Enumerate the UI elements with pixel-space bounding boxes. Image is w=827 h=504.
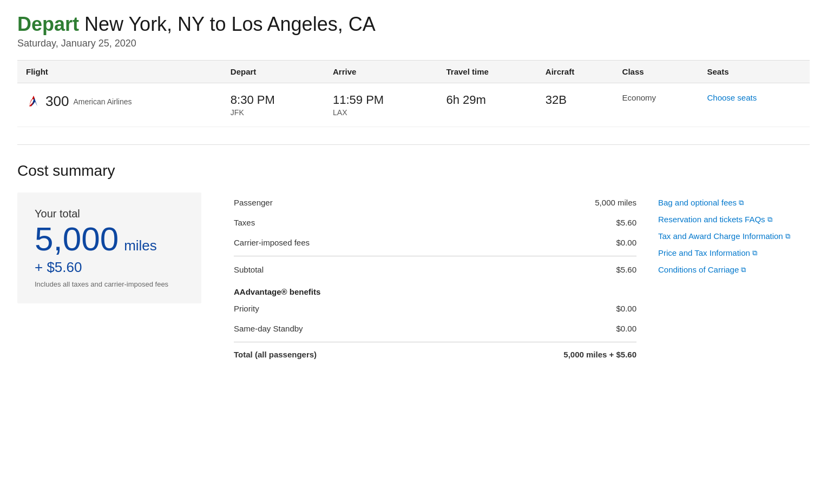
subtotal-amount: $5.60 [572, 265, 636, 274]
travel-time-cell: 6h 29m [438, 83, 537, 127]
external-link-icon: ⧉ [739, 198, 744, 207]
priority-amount: $0.00 [572, 304, 636, 313]
depart-time: 8:30 PM [231, 93, 316, 107]
class-text: Economy [622, 93, 690, 102]
taxes-row: Taxes $5.60 [234, 213, 636, 233]
bag-fees-text: Bag and optional fees [658, 198, 737, 207]
taxes-label: Taxes [234, 218, 572, 227]
miles-label: miles [124, 237, 157, 254]
tax-award-link[interactable]: Tax and Award Charge Information ⧉ [658, 231, 799, 241]
total-row: Total (all passengers) 5,000 miles + $5.… [234, 342, 636, 359]
includes-text: Includes all taxes and carrier-imposed f… [35, 280, 184, 288]
aircraft-code: 32B [546, 93, 605, 107]
reservation-faqs-link[interactable]: Reservation and tickets FAQs ⧉ [658, 215, 810, 224]
cash-amount: + $5.60 [35, 259, 184, 276]
subtotal-divider [234, 256, 636, 256]
carrier-fees-row: Carrier-imposed fees $0.00 [234, 233, 636, 253]
price-tax-link[interactable]: Price and Tax Information ⧉ [658, 248, 810, 257]
bag-fees-link[interactable]: Bag and optional fees ⧉ [658, 198, 810, 207]
benefits-header: AAdvantage® benefits [234, 280, 636, 299]
route-text: New York, NY to Los Angeles, CA [79, 13, 376, 35]
col-flight: Flight [17, 61, 222, 83]
depart-cell: 8:30 PM JFK [222, 83, 324, 127]
subtotal-label: Subtotal [234, 265, 572, 274]
miles-amount: 5,000 [35, 222, 119, 256]
airline-name: American Airlines [73, 97, 132, 106]
travel-time: 6h 29m [447, 93, 528, 107]
cost-summary-section: Cost summary Your total 5,000 miles + $5… [17, 162, 810, 359]
external-link-icon: ⧉ [741, 266, 746, 274]
col-seats: Seats [699, 61, 810, 83]
aircraft-cell: 32B [537, 83, 614, 127]
price-tax-text: Price and Tax Information [658, 248, 750, 257]
tax-award-text: Tax and Award Charge Information [658, 231, 783, 241]
conditions-link[interactable]: Conditions of Carriage ⧉ [658, 265, 810, 274]
carrier-fees-label: Carrier-imposed fees [234, 238, 572, 247]
standby-row: Same-day Standby $0.00 [234, 319, 636, 339]
conditions-text: Conditions of Carriage [658, 265, 739, 274]
external-link-icon: ⧉ [767, 215, 772, 224]
page-subtitle: Saturday, January 25, 2020 [17, 38, 810, 49]
total-label: Total (all passengers) [234, 350, 317, 359]
col-class: Class [614, 61, 699, 83]
flight-table: Flight Depart Arrive Travel time Aircraf… [17, 60, 810, 127]
col-aircraft: Aircraft [537, 61, 614, 83]
taxes-amount: $5.60 [572, 218, 636, 227]
arrive-cell: 11:59 PM LAX [324, 83, 438, 127]
section-divider [17, 144, 810, 145]
seats-cell[interactable]: Choose seats [699, 83, 810, 127]
col-arrive: Arrive [324, 61, 438, 83]
flight-cell: 300 American Airlines [17, 83, 222, 127]
standby-label: Same-day Standby [234, 324, 572, 333]
standby-amount: $0.00 [572, 324, 636, 333]
table-header-row: Flight Depart Arrive Travel time Aircraf… [17, 61, 810, 83]
class-cell: Economy [614, 83, 699, 127]
your-total-label: Your total [35, 208, 184, 220]
passenger-label: Passenger [234, 198, 572, 207]
depart-airport: JFK [231, 108, 316, 117]
total-amount: 5,000 miles + $5.60 [563, 350, 636, 359]
subtotal-row: Subtotal $5.60 [234, 260, 636, 280]
passenger-row: Passenger 5,000 miles [234, 193, 636, 213]
links-panel: Bag and optional fees ⧉ Reservation and … [658, 193, 810, 274]
table-row: 300 American Airlines 8:30 PM JFK 11:59 … [17, 83, 810, 127]
arrive-airport: LAX [333, 108, 429, 117]
cost-detail: Passenger 5,000 miles Taxes $5.60 Carrie… [234, 193, 636, 359]
page-header: Depart New York, NY to Los Angeles, CA S… [17, 13, 810, 49]
cost-summary-title: Cost summary [17, 162, 810, 180]
col-travel-time: Travel time [438, 61, 537, 83]
priority-row: Priority $0.00 [234, 299, 636, 319]
depart-label: Depart [17, 13, 79, 35]
page-title: Depart New York, NY to Los Angeles, CA [17, 13, 810, 36]
cost-summary-body: Your total 5,000 miles + $5.60 Includes … [17, 193, 810, 359]
external-link-icon: ⧉ [785, 232, 790, 241]
external-link-icon: ⧉ [752, 249, 757, 257]
priority-label: Priority [234, 304, 572, 313]
flight-number: 300 [45, 93, 69, 110]
arrive-time: 11:59 PM [333, 93, 429, 107]
choose-seats-link[interactable]: Choose seats [707, 93, 757, 102]
total-panel: Your total 5,000 miles + $5.60 Includes … [17, 193, 201, 303]
reservation-faqs-text: Reservation and tickets FAQs [658, 215, 765, 224]
aa-logo-icon [26, 94, 41, 109]
carrier-fees-amount: $0.00 [572, 238, 636, 247]
passenger-amount: 5,000 miles [572, 198, 636, 207]
col-depart: Depart [222, 61, 324, 83]
